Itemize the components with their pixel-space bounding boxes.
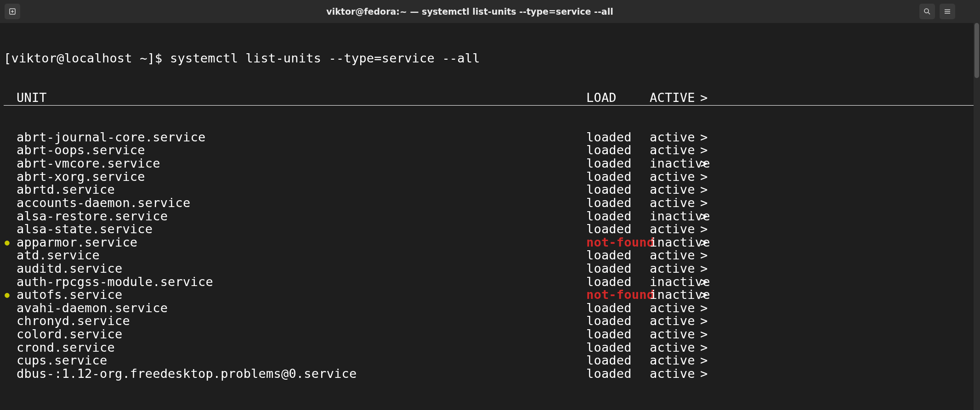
active-status: active [650, 223, 700, 236]
new-tab-button[interactable] [5, 4, 20, 19]
table-row: auditd.serviceloadedactive> [4, 262, 980, 275]
line-continuation: > [700, 183, 709, 197]
status-bullet-icon [4, 328, 17, 341]
header-continuation: > [700, 91, 709, 105]
new-tab-icon [8, 7, 17, 16]
unit-name: chronyd.service [17, 315, 586, 328]
header-underline [4, 105, 976, 106]
status-bullet-icon [4, 210, 17, 223]
window-title: viktor@fedora:~ — systemctl list-units -… [25, 6, 915, 17]
line-continuation: > [700, 367, 709, 381]
line-continuation: > [700, 144, 709, 157]
status-bullet-icon [4, 275, 17, 289]
terminal-output[interactable]: [viktor@localhost ~]$ systemctl list-uni… [0, 23, 980, 393]
unit-name: abrt-vmcore.service [17, 157, 586, 170]
unit-name: dbus-:1.12-org.freedesktop.problems@0.se… [17, 367, 586, 381]
unit-name: atd.service [17, 249, 586, 262]
table-row: atd.serviceloadedactive> [4, 249, 980, 262]
unit-name: abrt-xorg.service [17, 170, 586, 184]
active-status: active [650, 131, 700, 144]
scrollbar-thumb[interactable] [974, 23, 979, 78]
active-status: active [650, 354, 700, 367]
line-continuation: > [700, 341, 709, 354]
header-load: LOAD [586, 91, 650, 105]
status-bullet-icon [4, 170, 17, 184]
line-continuation: > [700, 170, 709, 184]
load-status: loaded [586, 341, 650, 354]
table-row: auth-rpcgss-module.serviceloadedinactive… [4, 275, 980, 289]
table-row: avahi-daemon.serviceloadedactive> [4, 302, 980, 315]
table-row: alsa-restore.serviceloadedinactive> [4, 210, 980, 223]
search-button[interactable] [919, 4, 935, 19]
table-row: cups.serviceloadedactive> [4, 354, 980, 367]
service-list: abrt-journal-core.serviceloadedactive> a… [4, 131, 980, 381]
titlebar-right [919, 4, 975, 19]
table-row: ●autofs.servicenot-foundinactive> [4, 288, 980, 302]
scrollbar[interactable] [974, 23, 980, 410]
table-row: accounts-daemon.serviceloadedactive> [4, 197, 980, 210]
line-continuation: > [700, 236, 709, 249]
header-unit: UNIT [17, 91, 586, 105]
load-status: loaded [586, 144, 650, 157]
line-continuation: > [700, 288, 709, 302]
unit-name: crond.service [17, 341, 586, 354]
close-button[interactable] [960, 4, 975, 19]
table-row: abrt-vmcore.serviceloadedinactive> [4, 157, 980, 170]
load-status: not-found [586, 236, 650, 249]
line-continuation: > [700, 354, 709, 367]
line-continuation: > [700, 131, 709, 144]
load-status: loaded [586, 157, 650, 170]
unit-name: avahi-daemon.service [17, 302, 586, 315]
unit-name: accounts-daemon.service [17, 197, 586, 210]
load-status: loaded [586, 131, 650, 144]
unit-name: apparmor.service [17, 236, 586, 249]
status-bullet-icon [4, 262, 17, 275]
load-status: loaded [586, 302, 650, 315]
unit-name: abrtd.service [17, 183, 586, 197]
active-status: inactive [650, 236, 700, 249]
active-status: active [650, 170, 700, 184]
load-status: loaded [586, 183, 650, 197]
active-status: inactive [650, 157, 700, 170]
load-status: loaded [586, 223, 650, 236]
active-status: active [650, 341, 700, 354]
menu-button[interactable] [940, 4, 955, 19]
status-bullet-icon: ● [4, 236, 17, 249]
load-status: loaded [586, 354, 650, 367]
active-status: inactive [650, 275, 700, 289]
prompt-line: [viktor@localhost ~]$ systemctl list-uni… [4, 52, 980, 65]
active-status: active [650, 367, 700, 381]
status-bullet-icon [4, 315, 17, 328]
table-row: crond.serviceloadedactive> [4, 341, 980, 354]
load-status: not-found [586, 288, 650, 302]
unit-name: autofs.service [17, 288, 586, 302]
load-status: loaded [586, 275, 650, 289]
header-indent [4, 91, 17, 105]
line-continuation: > [700, 315, 709, 328]
load-status: loaded [586, 328, 650, 341]
status-bullet-icon [4, 354, 17, 367]
table-row: abrt-oops.serviceloadedactive> [4, 144, 980, 157]
titlebar: viktor@fedora:~ — systemctl list-units -… [0, 0, 980, 23]
load-status: loaded [586, 315, 650, 328]
status-bullet-icon [4, 197, 17, 210]
active-status: inactive [650, 288, 700, 302]
table-row: colord.serviceloadedactive> [4, 328, 980, 341]
table-row: abrt-journal-core.serviceloadedactive> [4, 131, 980, 144]
load-status: loaded [586, 210, 650, 223]
status-bullet-icon [4, 157, 17, 170]
load-status: loaded [586, 197, 650, 210]
active-status: active [650, 249, 700, 262]
load-status: loaded [586, 262, 650, 275]
status-bullet-icon [4, 131, 17, 144]
line-continuation: > [700, 302, 709, 315]
status-bullet-icon [4, 302, 17, 315]
line-continuation: > [700, 275, 709, 289]
unit-name: abrt-oops.service [17, 144, 586, 157]
active-status: inactive [650, 210, 700, 223]
active-status: active [650, 183, 700, 197]
line-continuation: > [700, 210, 709, 223]
line-continuation: > [700, 223, 709, 236]
search-icon [923, 7, 931, 16]
status-bullet-icon [4, 223, 17, 236]
